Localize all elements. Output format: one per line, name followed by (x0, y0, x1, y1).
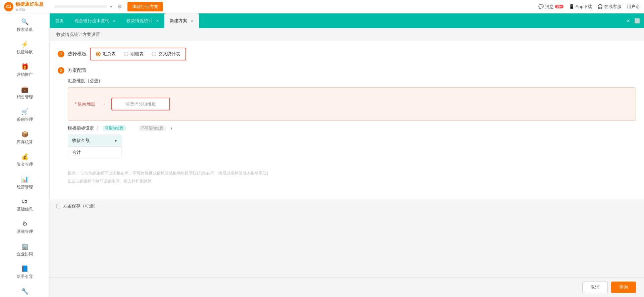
top-bar-right: 💬 消息 99+ 📱 App下载 🎧 在线客服 用户名 (538, 4, 640, 10)
message-icon: 💬 (538, 4, 544, 9)
metrics-table-header[interactable]: 收款金额 ▾ (68, 135, 121, 146)
logo-area: CJ 畅捷通好生意 标准版 (4, 1, 54, 12)
draggable-badge: 可拖动位置 (102, 125, 126, 131)
inventory-icon: 📦 (21, 131, 29, 138)
finance-icon: 💰 (21, 153, 29, 160)
operations-icon: 📊 (21, 176, 29, 183)
message-item[interactable]: 💬 消息 99+ (538, 4, 564, 10)
sidebar-item-new-guide[interactable]: 📘 新手引导 (0, 260, 49, 283)
step2-circle: 2 (58, 67, 64, 74)
sales-icon: 💼 (21, 86, 29, 93)
radio-dot-detail (124, 52, 128, 56)
sidebar-item-label: 搜索菜单 (17, 27, 33, 33)
tab-bar: 首页 现金银行流水查询 ✕ 收款情况统计 ✕ 新建方案 ✕ ✕ ⬜ (50, 13, 644, 28)
logo-icon: CJ (4, 2, 13, 11)
non-draggable-badge: 不可拖动位置 (139, 125, 166, 131)
user-name-item[interactable]: 用户名 (627, 4, 640, 10)
sidebar-item-smart-hw[interactable]: 🔧 智能硬件 (0, 283, 49, 297)
step1-label: 选择模板 (68, 51, 87, 57)
service-icon: 🎧 (597, 4, 603, 9)
tab-home[interactable]: 首页 (50, 13, 69, 28)
marketing-icon: 🎁 (21, 63, 29, 70)
radio-dot-summary (96, 52, 101, 56)
vertical-dim-label: * 纵向维度 (75, 101, 95, 107)
enterprise-coop-icon: 🏢 (21, 243, 29, 250)
system-icon: ⚙ (22, 220, 28, 228)
sidebar-item-basic-info[interactable]: 🗂 基础信息 (0, 193, 49, 215)
save-checkbox-label[interactable]: 方案保存（可选） (56, 203, 98, 209)
top-bar-middle: ▾ ⚙ 体验行业方案 (54, 2, 538, 11)
breadcrumb: 收款情况统计方案设置 (50, 28, 644, 41)
sidebar-item-label: 快捷导航 (17, 49, 33, 55)
app-download-item[interactable]: 📱 App下载 (569, 4, 592, 10)
action-bar: 取消 查询 (50, 277, 644, 297)
trial-button[interactable]: 体验行业方案 (127, 2, 163, 11)
sidebar-item-operations[interactable]: 📊 经营管理 (0, 171, 49, 193)
tip-1: 提示： 1.拖动标题栏可以调整布局，不可跨维度或指标区域拖动栏目字段(只能在同一… (68, 169, 268, 177)
sidebar-item-label: 基础信息 (17, 206, 33, 212)
sidebar-item-finance[interactable]: 💰 资金管理 (0, 148, 49, 171)
sidebar-item-label: 营销推广 (17, 72, 33, 78)
tab-close-receipt-stats[interactable]: ✕ (156, 19, 159, 23)
radio-detail[interactable]: 明细表 (124, 51, 144, 57)
dimension-box: * 纵向维度 → 请选择分组维度 (68, 87, 636, 121)
sidebar-item-marketing[interactable]: 🎁 营销推广 (0, 58, 49, 81)
logo-badge: 标准版 (15, 7, 44, 12)
quick-nav-icon: ⚡ (21, 41, 29, 48)
message-badge: 99+ (555, 5, 564, 8)
online-service-item[interactable]: 🎧 在线客服 (597, 4, 622, 10)
arrow-right-icon: → (101, 101, 106, 107)
sidebar-item-label: 采购管理 (17, 117, 33, 122)
step1-circle: 1 (58, 51, 64, 57)
search-box[interactable] (54, 5, 107, 8)
tab-close-new-plan[interactable]: ✕ (191, 19, 194, 23)
form-container: 1 选择模板 汇总表 明细表 交 (50, 41, 644, 199)
metrics-section: 模板指标设定（ 可拖动位置 不可拖动位置 ） 收款金额 ▾ 合计 (58, 125, 636, 158)
query-button[interactable]: 查询 (611, 282, 636, 293)
top-bar: CJ 畅捷通好生意 标准版 ▾ ⚙ 体验行业方案 💬 消息 99+ 📱 App下… (0, 0, 644, 13)
sidebar-item-label: 库存核算 (17, 139, 33, 145)
dimension-section: 汇总维度（必选） * 纵向维度 → 请选择分组维度 (58, 78, 636, 121)
tab-new-plan[interactable]: 新建方案 ✕ (164, 13, 199, 28)
dimension-select[interactable]: 请选择分组维度 (111, 98, 170, 110)
metrics-table: 收款金额 ▾ 合计 (68, 135, 121, 158)
tab-receipt-stats[interactable]: 收款情况统计 ✕ (121, 13, 164, 28)
sidebar-item-enterprise-coop[interactable]: 🏢 企业协同 (0, 238, 49, 260)
close-window-icon[interactable]: ✕ (626, 18, 630, 23)
metrics-header-chevron-icon[interactable]: ▾ (115, 138, 117, 143)
radio-dot-cross (152, 52, 156, 56)
maximize-icon[interactable]: ⬜ (634, 18, 640, 23)
sidebar-item-search-menu[interactable]: 🔍 搜索菜单 (0, 13, 49, 36)
radio-cross[interactable]: 交叉统计表 (152, 51, 180, 57)
tab-close-bank-flow[interactable]: ✕ (113, 19, 116, 23)
tab-bar-actions: ✕ ⬜ (626, 18, 644, 23)
save-checkbox[interactable] (56, 204, 61, 208)
dimension-row: * 纵向维度 → 请选择分组维度 (75, 98, 170, 110)
sidebar-item-label: 新手引导 (17, 274, 33, 280)
sidebar-item-quick-nav[interactable]: ⚡ 快捷导航 (0, 36, 49, 58)
sidebar-item-label: 系统管理 (17, 229, 33, 235)
sidebar-item-label: 销售管理 (17, 94, 33, 100)
sidebar: 🔍 搜索菜单 ⚡ 快捷导航 🎁 营销推广 💼 销售管理 🛒 采购管理 📦 库存核… (0, 13, 50, 297)
sidebar-item-sales[interactable]: 💼 销售管理 (0, 81, 49, 103)
search-menu-icon: 🔍 (21, 18, 29, 26)
sidebar-item-system[interactable]: ⚙ 系统管理 (0, 215, 49, 238)
metrics-label-row: 模板指标设定（ 可拖动位置 不可拖动位置 ） (68, 125, 636, 131)
dimension-title: 汇总维度（必选） (68, 78, 636, 84)
gear-icon[interactable]: ⚙ (117, 3, 122, 10)
sidebar-item-label: 资金管理 (17, 162, 33, 167)
sidebar-item-label: 经营管理 (17, 184, 33, 190)
new-guide-icon: 📘 (21, 265, 29, 273)
dropdown-chevron-icon[interactable]: ▾ (110, 4, 112, 9)
step2-label: 方案配置 (68, 67, 87, 73)
cancel-button[interactable]: 取消 (582, 282, 608, 293)
sidebar-item-inventory[interactable]: 📦 库存核算 (0, 126, 49, 148)
radio-summary[interactable]: 汇总表 (96, 51, 116, 57)
tab-bank-flow[interactable]: 现金银行流水查询 ✕ (69, 13, 121, 28)
tip-2: 2.点击标题栏下拉可设置排序、插入列和删除列 (68, 177, 268, 185)
main-layout: 🔍 搜索菜单 ⚡ 快捷导航 🎁 营销推广 💼 销售管理 🛒 采购管理 📦 库存核… (0, 13, 644, 297)
template-radio-group: 汇总表 明细表 交叉统计表 (90, 48, 186, 60)
content-area: 首页 现金银行流水查询 ✕ 收款情况统计 ✕ 新建方案 ✕ ✕ ⬜ (50, 13, 644, 297)
sidebar-item-purchase[interactable]: 🛒 采购管理 (0, 103, 49, 126)
logo-text: 畅捷通好生意 (15, 1, 44, 7)
